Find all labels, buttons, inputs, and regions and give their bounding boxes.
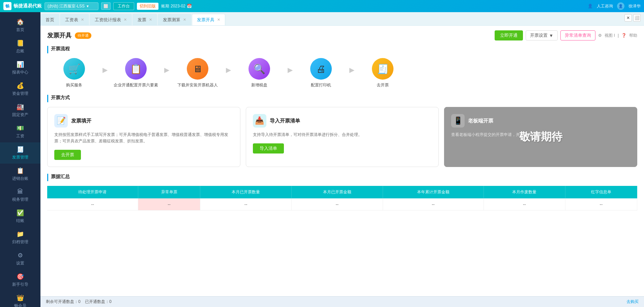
sidebar-item-ledger[interactable]: 📒 总账 bbox=[0, 36, 40, 57]
buy-link[interactable]: 去购买 bbox=[626, 299, 639, 305]
summary-table-row: -- -- -- -- -- -- -- bbox=[47, 198, 637, 211]
tab-bar: 首页 工资表 ✕ 工资统计报表 ✕ 发票 ✕ 发票测算 ✕ 发票开具 ✕ bbox=[40, 12, 644, 26]
boss-method-icon: 📱 bbox=[451, 114, 465, 128]
open-settings-button[interactable]: 开票设置 ▼ bbox=[526, 30, 558, 40]
tab-label-salary-table: 工资表 bbox=[65, 17, 78, 23]
import-method-button[interactable]: 导入清单 bbox=[253, 143, 284, 154]
support-icon: 👤 bbox=[588, 4, 593, 8]
sidebar-item-funds[interactable]: 💰 资金管理 bbox=[0, 79, 40, 100]
close-tab-btn[interactable]: ✕ bbox=[624, 14, 632, 22]
sidebar-item-member[interactable]: 👑 畅会员 bbox=[0, 291, 40, 307]
abnormal-query-button[interactable]: 异常清单查询 bbox=[560, 30, 595, 40]
sidebar-label-funds: 资金管理 bbox=[12, 91, 28, 96]
content-area: 首页 工资表 ✕ 工资统计报表 ✕ 发票 ✕ 发票测算 ✕ 发票开具 ✕ bbox=[40, 12, 644, 307]
fill-method-button[interactable]: 去开票 bbox=[54, 150, 81, 160]
tab-label-invoice-issue: 发票开具 bbox=[197, 17, 214, 23]
top-bar-right: 👤 人工咨询 👤 徐泽华 bbox=[588, 2, 641, 10]
sidebar-item-invoice[interactable]: 🧾 发票管理 bbox=[0, 142, 40, 164]
flow-step-configure: 📋 企业开通配置开票六要素 bbox=[109, 58, 163, 88]
sidebar-label-settings: 设置 bbox=[16, 260, 24, 266]
period-label: 账期 bbox=[161, 3, 169, 9]
tab-salary-report[interactable]: 工资统计报表 ✕ bbox=[90, 14, 132, 25]
sidebar-item-tax[interactable]: 🏛 税务管理 bbox=[0, 185, 40, 206]
remaining-disks: 剩余可开通数盘：0 bbox=[46, 299, 81, 304]
methods-section-title: 开票方式 bbox=[47, 95, 637, 102]
divider: | bbox=[618, 33, 619, 38]
sidebar-item-purchase-sales[interactable]: 📋 进销台账 bbox=[0, 164, 40, 185]
sidebar-item-reports[interactable]: 📊 报表中心 bbox=[0, 57, 40, 79]
col-header-month-count: 本月已开票数量 bbox=[200, 186, 292, 198]
method-card-fill-header: 📝 发票填开 bbox=[54, 114, 233, 128]
fill-method-icon: 📝 bbox=[54, 114, 68, 128]
immediate-open-button[interactable]: 立即开通 bbox=[495, 30, 523, 40]
sidebar-item-guide[interactable]: 🎯 新手引导 bbox=[0, 270, 40, 291]
import-method-desc: 支持导入待开票清单，可对待开票清单进行拆分、合并处理。 bbox=[253, 132, 432, 138]
company-selector[interactable]: (勿动) 江西服室-LSS ▼ bbox=[45, 2, 98, 10]
sidebar-item-settings[interactable]: ⚙ 设置 bbox=[0, 248, 40, 270]
opened-disks: 已开通数盘：0 bbox=[85, 299, 112, 304]
workbench-button[interactable]: 工作台 bbox=[113, 2, 134, 10]
sidebar-label-reports: 报表中心 bbox=[12, 69, 28, 75]
flow-arrow-1: ▶ bbox=[103, 66, 108, 74]
sidebar-label-assets: 固定资产 bbox=[12, 112, 28, 118]
company-name: (勿动) 江西服室-LSS bbox=[48, 3, 85, 9]
import-method-title: 导入开票清单 bbox=[270, 118, 300, 124]
period-value: 2023-02 bbox=[171, 4, 185, 8]
tab-close-invoice-issue[interactable]: ✕ bbox=[217, 18, 220, 22]
tab-salary-table[interactable]: 工资表 ✕ bbox=[60, 14, 89, 25]
taxdisk-icon: 🔍 bbox=[248, 58, 270, 80]
method-card-boss-header: 📱 老板端开票 bbox=[451, 114, 630, 128]
method-card-boss: 📱 老板端开票 查看老板端小程序提交的开票申请，并作出相应处理，开票。 敬请期待 bbox=[444, 107, 637, 167]
issue-icon: 🧾 bbox=[372, 58, 393, 80]
switch-version-button[interactable]: 切到旧版 bbox=[137, 3, 158, 10]
tab-invoice[interactable]: 发票 ✕ bbox=[133, 14, 157, 25]
invoice-icon: 🧾 bbox=[17, 146, 24, 153]
sidebar-item-assets[interactable]: 🏭 固定资产 bbox=[0, 100, 40, 121]
salary-icon: 💵 bbox=[17, 124, 24, 132]
sidebar-label-guide: 新手引导 bbox=[12, 282, 28, 287]
flow-step-label-taxdisk: 新增税盘 bbox=[251, 82, 267, 88]
sidebar-item-salary[interactable]: 💵 工资 bbox=[0, 121, 40, 142]
flow-step-taxdisk: 🔍 新增税盘 bbox=[232, 58, 286, 88]
header-actions: 立即开通 开票设置 ▼ 异常清单查询 ⚙ 视图 I | ❓ 帮助 bbox=[495, 30, 637, 40]
tab-invoice-issue[interactable]: 发票开具 ✕ bbox=[192, 14, 225, 25]
flow-arrow-5: ▶ bbox=[349, 66, 354, 74]
tab-label-salary-report: 工资统计报表 bbox=[95, 17, 121, 23]
cell-void-count: -- bbox=[484, 198, 565, 211]
chevron-down-icon: ▼ bbox=[86, 4, 89, 8]
bottom-bar: 剩余可开通数盘：0 已开通数盘：0 去购买 bbox=[40, 296, 644, 307]
flow-arrow-3: ▶ bbox=[226, 66, 231, 74]
import-method-icon: 📥 bbox=[253, 114, 266, 128]
tab-close-invoice[interactable]: ✕ bbox=[149, 18, 152, 22]
tab-close-salary-report[interactable]: ✕ bbox=[124, 18, 127, 22]
printer-icon: 🖨 bbox=[310, 58, 332, 80]
copy-icon[interactable]: ⬜ bbox=[101, 2, 111, 10]
restore-tab-btn[interactable]: ⬜ bbox=[633, 14, 641, 22]
calendar-icon[interactable]: 📅 bbox=[187, 4, 192, 8]
top-bar-left: 畅 畅捷通易代账 (勿动) 江西服室-LSS ▼ ⬜ 工作台 切到旧版 账期 2… bbox=[3, 2, 192, 10]
top-bar: 畅 畅捷通易代账 (勿动) 江西服室-LSS ▼ ⬜ 工作台 切到旧版 账期 2… bbox=[0, 0, 644, 12]
tab-invoice-calc[interactable]: 发票测算 ✕ bbox=[158, 14, 191, 25]
tab-close-invoice-calc[interactable]: ✕ bbox=[183, 18, 186, 22]
sidebar-item-archive[interactable]: 📁 归档管理 bbox=[0, 227, 40, 248]
page-header: 发票开具 待开通 立即开通 开票设置 ▼ 异常清单查询 ⚙ 视图 I | ❓ bbox=[47, 30, 637, 40]
summary-section: 票据汇总 待处理开票申请 异常单票 本月已开票数量 本月已开票金额 本年累计开票… bbox=[47, 174, 637, 211]
sidebar-label-invoice: 发票管理 bbox=[12, 155, 28, 160]
page-content: 发票开具 待开通 立即开通 开票设置 ▼ 异常清单查询 ⚙ 视图 I | ❓ bbox=[40, 26, 644, 296]
sidebar-label-tax: 税务管理 bbox=[12, 197, 28, 202]
sidebar-item-home[interactable]: 🏠 首页 bbox=[0, 15, 40, 36]
logo-icon: 畅 bbox=[3, 2, 11, 10]
help-icon: ❓ bbox=[621, 33, 626, 38]
help-label: 帮助 bbox=[629, 33, 637, 38]
tab-close-salary-table[interactable]: ✕ bbox=[81, 18, 84, 22]
gear-icon: ⚙ bbox=[18, 252, 23, 259]
page-title: 发票开具 bbox=[47, 31, 71, 39]
tab-home[interactable]: 首页 bbox=[40, 14, 59, 25]
support-label[interactable]: 人工咨询 bbox=[597, 3, 613, 9]
username[interactable]: 徐泽华 bbox=[628, 3, 641, 9]
flow-step-label-download: 下载并安装开票机器人 bbox=[177, 82, 218, 88]
flow-step-printer: 🖨 配置打印机 bbox=[294, 58, 348, 88]
sidebar-item-checkout[interactable]: ✅ 结账 bbox=[0, 206, 40, 227]
sidebar-label-purchase-sales: 进销台账 bbox=[12, 176, 28, 182]
summary-section-title: 票据汇总 bbox=[47, 174, 637, 181]
